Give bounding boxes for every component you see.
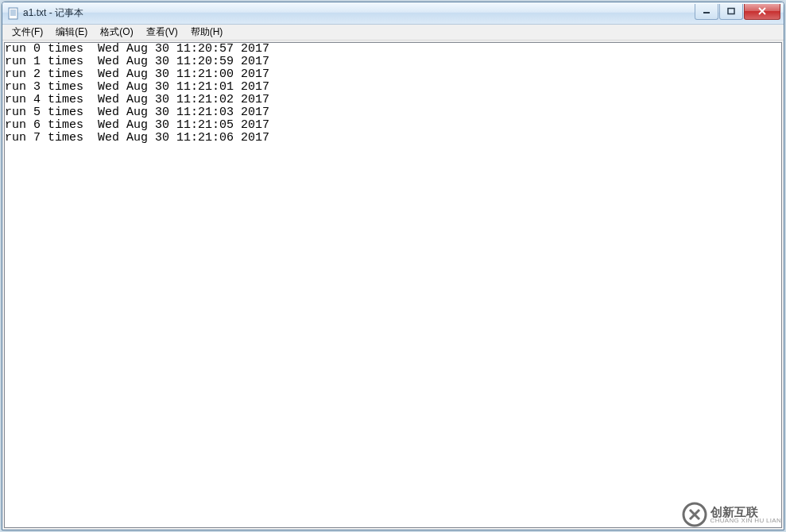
text-line: run 0 times Wed Aug 30 11:20:57 2017: [5, 43, 781, 56]
menubar: 文件(F) 编辑(E) 格式(O) 查看(V) 帮助(H): [2, 25, 784, 40]
text-line: run 4 times Wed Aug 30 11:21:02 2017: [5, 94, 781, 106]
titlebar[interactable]: a1.txt - 记事本: [2, 2, 784, 25]
maximize-button[interactable]: [719, 4, 743, 20]
text-area[interactable]: run 0 times Wed Aug 30 11:20:57 2017run …: [4, 42, 782, 528]
text-line: run 6 times Wed Aug 30 11:21:05 2017: [5, 119, 781, 132]
text-line: run 7 times Wed Aug 30 11:21:06 2017: [5, 132, 781, 145]
text-line: run 1 times Wed Aug 30 11:20:59 2017: [5, 56, 781, 68]
window-title: a1.txt - 记事本: [23, 6, 694, 20]
close-button[interactable]: [744, 4, 780, 20]
text-line: run 3 times Wed Aug 30 11:21:01 2017: [5, 81, 781, 94]
menu-help[interactable]: 帮助(H): [184, 24, 230, 40]
menu-file[interactable]: 文件(F): [6, 24, 49, 40]
menu-view[interactable]: 查看(V): [140, 24, 184, 40]
notepad-icon: [7, 7, 20, 20]
content-wrap: run 0 times Wed Aug 30 11:20:57 2017run …: [2, 40, 784, 530]
text-line: run 2 times Wed Aug 30 11:21:00 2017: [5, 68, 781, 81]
menu-edit[interactable]: 编辑(E): [49, 24, 94, 40]
window-controls: [694, 4, 780, 20]
menu-format[interactable]: 格式(O): [94, 24, 139, 40]
minimize-button[interactable]: [695, 4, 718, 20]
svg-rect-6: [728, 9, 734, 14]
notepad-window: a1.txt - 记事本 文件(F) 编辑(E) 格式(O) 查看(V) 帮助(…: [2, 2, 784, 530]
text-line: run 5 times Wed Aug 30 11:21:03 2017: [5, 106, 781, 119]
